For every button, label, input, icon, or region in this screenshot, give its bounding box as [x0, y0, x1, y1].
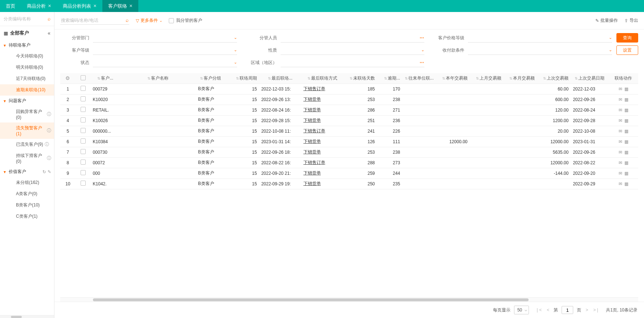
cell-method-link[interactable]: 下销货单 — [303, 149, 321, 154]
tab-product-analysis-list[interactable]: 商品分析列表✕ — [57, 0, 102, 12]
cell-method-link[interactable]: 下销货单 — [303, 139, 321, 144]
more-icon[interactable]: ▦ — [624, 129, 628, 134]
horizontal-scrollbar[interactable] — [60, 297, 638, 302]
wechat-icon[interactable]: ✉ — [619, 150, 622, 155]
row-checkbox[interactable] — [81, 86, 86, 91]
sidebar-item[interactable]: 逾期未联络(10) — [0, 84, 54, 96]
close-icon[interactable]: ✕ — [129, 4, 133, 8]
col-this-month[interactable]: 本月交易额 — [504, 73, 537, 84]
cell-method-link[interactable]: 下销货单 — [303, 107, 321, 112]
close-icon[interactable]: ✕ — [93, 4, 97, 8]
more-icon[interactable]: ▦ — [624, 160, 628, 165]
more-icon[interactable]: ▦ — [624, 150, 628, 155]
sidebar-item[interactable]: 今天待联络(0) — [0, 51, 54, 62]
cell-method-link[interactable]: 下销售订单 — [303, 86, 325, 91]
more-icon[interactable]: ▦ — [624, 97, 628, 102]
row-checkbox[interactable] — [81, 138, 86, 144]
col-last-contact-method[interactable]: 最后联络方式 — [301, 73, 343, 84]
cell-method-link[interactable]: 下销货单 — [303, 97, 321, 102]
row-checkbox[interactable] — [81, 96, 86, 101]
prev-page-button[interactable]: < — [546, 307, 550, 313]
page-input[interactable] — [562, 306, 573, 314]
col-last-contact-time[interactable]: 最后联络... — [259, 73, 301, 84]
cell-method-link[interactable]: 下销货单 — [303, 170, 321, 176]
table-row[interactable]: 3RETAIL.B类客户152022-08-24 16:下销货单28627112… — [60, 105, 638, 115]
row-checkbox[interactable] — [81, 160, 86, 165]
sidebar-group[interactable]: ▾价值客户↻✎ — [0, 166, 54, 177]
table-row[interactable]: 7000730B类客户152022-09-26 18:下销货单253238563… — [60, 147, 638, 157]
table-row[interactable]: 5000000...B类客户152022-10-08 11:下销售订单24122… — [60, 126, 638, 136]
wechat-icon[interactable]: ✉ — [619, 129, 622, 134]
table-row[interactable]: 1000729B类客户152022-12-03 15:下销售订单18517060… — [60, 84, 638, 94]
sidebar-item[interactable]: A类客户(0) — [0, 188, 54, 200]
filter-dept[interactable]: ⌄ — [93, 33, 237, 43]
settings-button[interactable]: 设置 — [616, 45, 638, 55]
row-checkbox[interactable] — [81, 107, 86, 112]
filter-price-level[interactable]: ⌄ — [468, 33, 612, 43]
sidebar-item[interactable]: C类客户(1) — [0, 211, 54, 222]
wechat-icon[interactable]: ✉ — [619, 181, 622, 186]
wechat-icon[interactable]: ✉ — [619, 139, 622, 144]
sidebar-item[interactable]: 明天待联络(0) — [0, 62, 54, 73]
export-button[interactable]: ⇪导出 — [624, 17, 638, 24]
wechat-icon[interactable]: ✉ — [619, 108, 622, 113]
filter-region[interactable]: ⋯ — [281, 58, 425, 67]
main-search-input[interactable] — [60, 16, 129, 25]
col-unit-contact[interactable]: 往来单位联... — [402, 73, 436, 84]
per-page-select[interactable]: 50 — [514, 306, 529, 314]
filter-status[interactable]: ⌄ — [93, 58, 237, 67]
my-customers-checkbox[interactable]: 我分管的客户 — [169, 17, 202, 24]
more-icon[interactable]: ▦ — [624, 118, 628, 123]
table-row[interactable]: 800072B类客户152022-08-22 16:下销售订单288273120… — [60, 157, 638, 168]
last-page-button[interactable]: >❘ — [592, 307, 600, 313]
more-conditions[interactable]: ▽ 更多条件 ⌄ — [136, 17, 162, 24]
row-checkbox[interactable] — [81, 181, 86, 186]
edit-icon[interactable]: ✎ — [48, 169, 51, 174]
wechat-icon[interactable]: ✉ — [619, 160, 622, 165]
col-last-date[interactable]: 上次交易日期 — [571, 73, 608, 84]
tab-customer-contact[interactable]: 客户联络✕ — [102, 0, 138, 12]
filter-person[interactable]: ⋯ — [281, 33, 425, 43]
wechat-icon[interactable]: ✉ — [619, 97, 622, 102]
col-contact-cycle[interactable]: 联络周期 — [225, 73, 259, 84]
wechat-icon[interactable]: ✉ — [619, 86, 622, 92]
sidebar-item[interactable]: 回购异常客户(0)ⓘ — [0, 106, 54, 122]
help-icon[interactable]: ⓘ — [47, 155, 51, 161]
col-overdue[interactable]: 逾期... — [377, 73, 403, 84]
col-last-amount[interactable]: 上次交易额 — [537, 73, 571, 84]
filter-nature[interactable]: ⌄ — [281, 45, 425, 55]
help-icon[interactable]: ⓘ — [45, 141, 49, 148]
select-all-checkbox[interactable] — [81, 75, 86, 80]
sidebar-item[interactable]: 未分组(162) — [0, 177, 54, 188]
table-row[interactable]: 6K10384B类客户152023-01-31 14:下销货单126111120… — [60, 136, 638, 147]
sidebar-scrollbar[interactable] — [0, 315, 54, 318]
next-page-button[interactable]: > — [585, 307, 589, 313]
row-checkbox[interactable] — [81, 170, 86, 175]
sidebar-item[interactable]: B类客户(10) — [0, 200, 54, 211]
more-icon[interactable]: ▦ — [624, 171, 628, 176]
query-button[interactable]: 查询 — [616, 33, 638, 43]
search-icon[interactable]: ⌕ — [126, 17, 129, 23]
gear-icon[interactable]: ⚙ — [65, 75, 70, 81]
col-year-amount[interactable]: 本年交易额 — [436, 73, 470, 84]
more-icon[interactable]: ▦ — [624, 86, 628, 92]
more-icon[interactable]: ▦ — [624, 108, 628, 113]
sidebar-item[interactable]: 已流失客户(9)ⓘ — [0, 139, 54, 150]
col-customer-name[interactable]: 客户名称 — [120, 73, 196, 84]
sidebar-group[interactable]: ▾问题客户 — [0, 96, 54, 106]
tab-product-analysis[interactable]: 商品分析✕ — [21, 0, 57, 12]
sidebar-item[interactable]: 近7天待联络(0) — [0, 73, 54, 84]
sidebar-group[interactable]: ▾待联络客户 — [0, 40, 54, 51]
refresh-icon[interactable]: ↻ — [42, 169, 46, 174]
row-checkbox[interactable] — [81, 149, 86, 154]
filter-cust-level[interactable]: ⌄ — [93, 45, 237, 55]
table-row[interactable]: 9000B类客户152022-09-20 21:下销货单259244-144.0… — [60, 168, 638, 178]
first-page-button[interactable]: ❘< — [535, 307, 542, 313]
sidebar-all-customers[interactable]: 全部客户 — [10, 30, 29, 36]
more-icon[interactable]: ▦ — [624, 181, 628, 186]
col-days-no-contact[interactable]: 未联络天数 — [343, 73, 377, 84]
row-checkbox[interactable] — [81, 128, 86, 133]
table-row[interactable]: 10K1042.B类客户152022-09-29 19:下销货单25023520… — [60, 178, 638, 189]
sidebar-item[interactable]: 流失预警客户(1)ⓘ — [0, 122, 54, 139]
cell-method-link[interactable]: 下销货单 — [303, 118, 321, 123]
